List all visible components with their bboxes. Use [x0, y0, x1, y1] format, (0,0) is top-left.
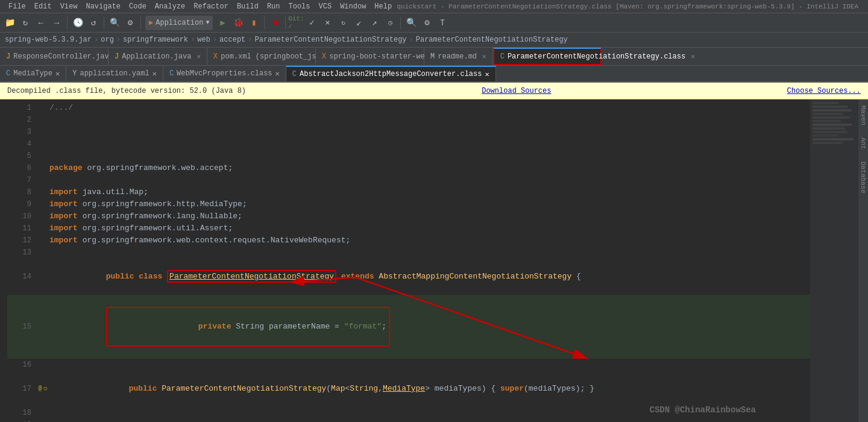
code-editor[interactable]: 1 /.../ 2 3 4 5 6 package org.springfram… — [0, 99, 810, 422]
side-label-database[interactable]: Database — [860, 162, 867, 194]
line-4: 4 — [7, 138, 810, 150]
git-check[interactable]: Git: ✓ — [289, 16, 303, 30]
toolbar-search[interactable]: 🔍 — [107, 16, 122, 30]
line-9: 9 import org.springframework.http.MediaT… — [7, 198, 810, 210]
run-btn[interactable]: ▶ — [215, 16, 230, 30]
side-label-maven[interactable]: Maven — [860, 106, 867, 125]
git-btn5[interactable]: ↗ — [367, 16, 382, 30]
minimap-line — [813, 106, 848, 108]
tab2-close-yaml[interactable]: ✕ — [153, 69, 157, 78]
minimap-line — [813, 120, 841, 122]
tab-label-application: Application.java — [122, 52, 191, 61]
tab-starter-pom[interactable]: X spring-boot-starter-web-2.5.3.pom ✕ — [316, 48, 424, 65]
run-config-dropdown[interactable]: ▼ — [206, 19, 209, 26]
breadcrumb-jar[interactable]: spring-web-5.3.9.jar — [5, 36, 92, 44]
menu-run[interactable]: Run — [263, 1, 284, 12]
breadcrumb-current[interactable]: ParameterContentNegotiationStrategy — [416, 36, 568, 44]
debug-btn[interactable]: 🐞 — [231, 16, 245, 30]
breadcrumb-accept[interactable]: accept — [219, 36, 245, 44]
line-5: 5 — [7, 150, 810, 162]
menu-help[interactable]: Help — [371, 1, 395, 12]
line-11: 11 import org.springframework.util.Asser… — [7, 222, 810, 235]
settings-main[interactable]: ⚙ — [420, 16, 434, 30]
tab-application[interactable]: J Application.java ✕ — [108, 48, 207, 65]
run-config-name: Application — [156, 19, 203, 27]
tab2-close-webmvc[interactable]: ✕ — [275, 69, 280, 78]
git-btn4[interactable]: ↙ — [351, 16, 366, 30]
stop-btn[interactable]: ■ — [268, 16, 282, 30]
git-btn2[interactable]: ⨯ — [320, 16, 335, 30]
minimap-line — [813, 116, 849, 119]
choose-sources-link[interactable]: Choose Sources... — [787, 87, 861, 95]
menu-tools[interactable]: Tools — [285, 1, 314, 12]
warning-text: Decompiled .class file, bytecode version… — [7, 87, 246, 95]
menu-build[interactable]: Build — [233, 1, 262, 12]
download-sources-link[interactable]: Download Sources — [482, 87, 551, 95]
translate[interactable]: Ｔ — [435, 16, 450, 30]
line-17: 17 @ ○ public ParameterContentNegotiatio… — [7, 371, 810, 407]
menu-edit[interactable]: Edit — [31, 1, 55, 12]
menu-code[interactable]: Code — [125, 1, 150, 12]
coverage-btn[interactable]: ▮ — [247, 16, 261, 30]
tab2-mediatype[interactable]: C MediaType ✕ — [0, 66, 66, 81]
tab2-close-mediatype[interactable]: ✕ — [55, 69, 60, 78]
side-label-ant[interactable]: Ant — [860, 137, 867, 150]
toolbar-forward[interactable]: → — [49, 16, 64, 30]
run-configuration[interactable]: ▶ Application ▼ — [145, 16, 213, 30]
search-everywhere[interactable]: 🔍 — [404, 16, 418, 30]
tab2-webmvc[interactable]: C WebMvcProperties.class ✕ — [163, 66, 286, 81]
breadcrumb-web[interactable]: web — [197, 36, 210, 44]
git-btn1[interactable]: ✓ — [304, 16, 319, 30]
git-btn3[interactable]: ↻ — [336, 16, 350, 30]
toolbar-recent[interactable]: 🕓 — [71, 16, 85, 30]
bulb-icon-17[interactable]: ○ — [43, 383, 47, 395]
tab-close-readme[interactable]: ✕ — [482, 52, 486, 60]
tab2-close-abstractjackson[interactable]: ✕ — [485, 70, 489, 79]
breadcrumb: spring-web-5.3.9.jar › org › springframe… — [0, 33, 868, 48]
tab2-abstractjackson[interactable]: C AbstractJackson2HttpMessageConverter.c… — [286, 66, 496, 81]
toolbar: 📁 ↻ ← → 🕓 ↺ 🔍 ⚙ ▶ Application ▼ ▶ 🐞 ▮ ■ … — [0, 13, 868, 33]
sep4 — [264, 17, 265, 29]
git-history[interactable]: ◷ — [383, 16, 397, 30]
breadcrumb-class[interactable]: ParameterContentNegotiationStrategy — [255, 36, 407, 44]
tabs-row-1: J ResponseController.java ✕ J Applicatio… — [0, 48, 868, 66]
tab-readme[interactable]: M readme.md ✕ — [424, 48, 493, 65]
minimap-line — [813, 138, 854, 140]
tab-icon-pcns: C — [500, 52, 505, 61]
tab-pomxml[interactable]: X pom.xml (springboot_jsonxml) ✕ — [207, 48, 316, 65]
toolbar-back[interactable]: ← — [34, 16, 48, 30]
toolbar-btn-2[interactable]: ↻ — [18, 16, 33, 30]
minimap — [810, 99, 858, 422]
tab-response-controller[interactable]: J ResponseController.java ✕ — [0, 48, 108, 65]
line-19: 19 — [7, 419, 810, 422]
tab-close-application[interactable]: ✕ — [197, 52, 201, 60]
menu-vcs[interactable]: VCS — [315, 1, 336, 12]
toolbar-settings[interactable]: ⚙ — [123, 16, 137, 30]
menu-analyze[interactable]: Analyze — [151, 1, 189, 12]
toolbar-refresh[interactable]: ↺ — [86, 16, 101, 30]
tab-pcns[interactable]: C ParameterContentNegotiationStrategy.cl… — [493, 48, 602, 65]
menu-refactor[interactable]: Refactor — [190, 1, 232, 12]
menu-view[interactable]: View — [57, 1, 81, 12]
toolbar-btn-1[interactable]: 📁 — [2, 16, 17, 30]
tab2-label-webmvc: WebMvcProperties.class — [177, 69, 272, 78]
tab-close-pcns[interactable]: ✕ — [691, 52, 695, 60]
minimap-line — [813, 109, 852, 112]
line-7: 7 — [7, 174, 810, 186]
minimap-line — [813, 134, 838, 137]
breadcrumb-springframework[interactable]: springframework — [123, 36, 188, 44]
menu-window[interactable]: Window — [336, 1, 370, 12]
tab2-icon-webmvc: C — [169, 69, 174, 78]
menu-navigate[interactable]: Navigate — [82, 1, 124, 12]
tab2-yaml[interactable]: Y application.yaml ✕ — [66, 66, 163, 81]
window-title: quickstart - ParameterContentNegotiation… — [397, 3, 863, 10]
class-name-highlight: ParameterContentNegotiationStrategy — [167, 270, 336, 283]
minimap-line — [813, 102, 838, 104]
tab-label-response: ResponseController.java — [13, 52, 113, 61]
tab2-icon-mediatype: C — [6, 69, 10, 78]
breadcrumb-org[interactable]: org — [101, 36, 114, 44]
menu-file[interactable]: File — [5, 1, 30, 12]
tab2-icon-yaml: Y — [72, 69, 77, 78]
ide-window: File Edit View Navigate Code Analyze Ref… — [0, 0, 868, 422]
line-12: 12 import org.springframework.web.contex… — [7, 235, 810, 247]
